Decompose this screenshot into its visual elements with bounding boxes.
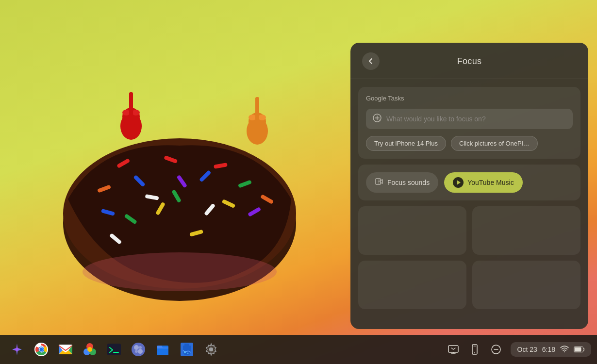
svg-point-30: [258, 115, 266, 120]
task-chips: Try out iPhone 14 Plus Click pictures of…: [366, 136, 573, 151]
youtube-music-button[interactable]: YouTube Music: [444, 172, 522, 193]
focus-input-row[interactable]: What would you like to focus on?: [366, 109, 573, 129]
task-chip-1[interactable]: Try out iPhone 14 Plus: [366, 136, 446, 151]
svg-point-45: [132, 343, 145, 356]
taskbar-app-gmail[interactable]: [54, 338, 77, 361]
svg-point-61: [474, 352, 475, 353]
svg-point-37: [40, 348, 43, 351]
taskbar-app-terminal[interactable]: [103, 338, 125, 361]
svg-point-25: [132, 110, 140, 116]
taskbar-app-chrome[interactable]: [30, 338, 52, 361]
svg-point-48: [139, 346, 142, 349]
svg-rect-26: [129, 92, 133, 116]
tile-2: [472, 206, 580, 255]
svg-rect-52: [157, 347, 168, 348]
panel-title: Focus: [380, 56, 559, 66]
taskbar-app-lab[interactable]: [176, 338, 198, 361]
tile-1: [358, 206, 466, 255]
task-chip-2[interactable]: Click pictures of OnePl…: [451, 136, 538, 151]
sounds-section: Focus sounds YouTube Music: [358, 165, 580, 200]
time-display: 6:18: [542, 346, 555, 353]
focus-panel: Focus Google Tasks What would you like t…: [350, 43, 588, 329]
svg-rect-66: [575, 347, 581, 352]
focus-sounds-label: Focus sounds: [387, 179, 430, 186]
youtube-music-icon: [453, 177, 464, 188]
svg-rect-43: [107, 344, 121, 355]
tiles-grid: [358, 206, 580, 309]
focus-sounds-icon: [375, 177, 383, 188]
tasks-label: Google Tasks: [366, 95, 573, 102]
taskbar-apps: [6, 338, 222, 361]
taskbar-app-photos[interactable]: [79, 338, 101, 361]
status-icons: [445, 341, 505, 358]
screen-mirror-icon[interactable]: [445, 341, 462, 358]
tasks-section: Google Tasks What would you like to focu…: [358, 87, 580, 159]
svg-point-47: [138, 349, 143, 354]
tile-4: [472, 261, 580, 309]
taskbar-app-settings[interactable]: [200, 338, 222, 361]
date-display: Oct 23: [517, 346, 537, 353]
tile-3: [358, 261, 466, 309]
svg-point-29: [249, 115, 256, 120]
svg-point-2: [83, 252, 277, 291]
svg-point-55: [184, 351, 186, 353]
mobile-icon[interactable]: [466, 341, 483, 358]
youtube-music-label: YouTube Music: [467, 179, 514, 186]
svg-rect-51: [157, 347, 168, 355]
svg-rect-59: [448, 346, 458, 352]
datetime-widget[interactable]: Oct 23 6:18: [511, 342, 592, 357]
task-add-icon: [373, 114, 381, 124]
back-button[interactable]: [362, 52, 380, 70]
do-not-disturb-icon[interactable]: [487, 341, 505, 358]
svg-point-24: [122, 110, 130, 116]
svg-point-49: [135, 350, 138, 353]
svg-point-42: [87, 347, 92, 352]
taskbar-app-gemini[interactable]: [6, 338, 28, 361]
svg-rect-31: [255, 97, 259, 121]
focus-input-placeholder: What would you like to focus on?: [386, 115, 486, 123]
svg-point-58: [209, 347, 213, 351]
wallpaper-donut: [0, 0, 345, 335]
wifi-icon: [560, 345, 569, 354]
focus-panel-header: Focus: [350, 43, 588, 79]
focus-sounds-button[interactable]: Focus sounds: [366, 172, 438, 193]
taskbar: Oct 23 6:18: [0, 335, 597, 364]
taskbar-app-visual[interactable]: [127, 338, 149, 361]
taskbar-app-files[interactable]: [151, 338, 174, 361]
svg-rect-54: [184, 344, 189, 346]
svg-point-46: [134, 345, 139, 350]
sounds-row: Focus sounds YouTube Music: [366, 172, 573, 193]
status-area: Oct 23 6:18: [445, 341, 592, 358]
svg-point-56: [187, 353, 189, 354]
battery-icon: [574, 346, 584, 353]
